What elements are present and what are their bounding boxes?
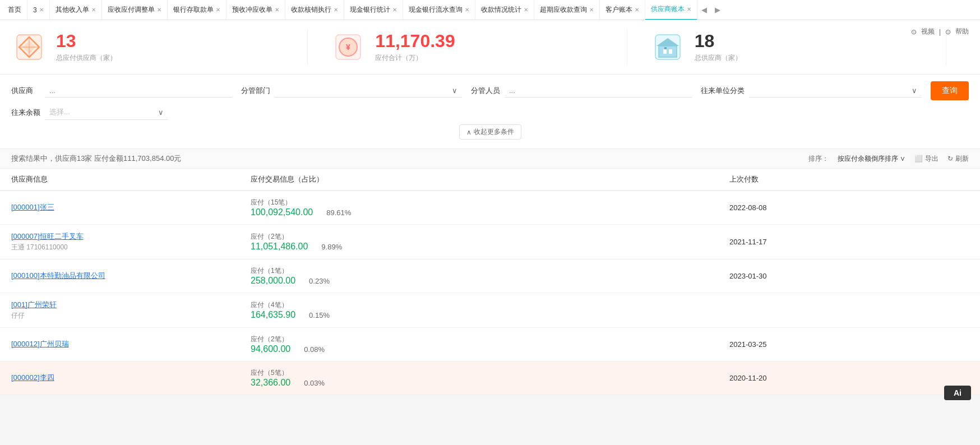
nav-tab-other-income-close[interactable]: ✕: [91, 7, 96, 13]
filter-dept: 分管部门 ∨: [241, 84, 462, 98]
nav-tab-cash-flow-label: 现金银行流水查询: [409, 5, 463, 15]
nav-tab-cash-stat[interactable]: 现金银行统计 ✕: [344, 0, 403, 20]
nav-tab-3-label: 3: [33, 6, 37, 14]
filter-dept-select[interactable]: ∨: [275, 84, 462, 98]
tx-amount-0[interactable]: 100,092,540.00: [251, 207, 313, 217]
svg-rect-9: [659, 46, 677, 57]
tx-pct-2: 0.23%: [309, 277, 330, 285]
nav-tab-cash-stat-close[interactable]: ✕: [392, 7, 397, 13]
tx-pct-5: 0.03%: [304, 379, 325, 387]
nav-tab-other-income-label: 其他收入单: [56, 5, 89, 15]
nav-tab-cash-flow-close[interactable]: ✕: [465, 7, 469, 13]
filter-dept-label: 分管部门: [241, 86, 270, 96]
filter-balance-placeholder: 选择...: [49, 107, 70, 117]
nav-tab-prepay-label: 预收冲应收单: [232, 5, 272, 15]
tx-pct-1: 9.89%: [321, 243, 342, 251]
supplier-sub-1: 王通 17106110000: [11, 243, 251, 252]
summary-card-total-payable: ¥ 11,170.39 应付合计（万）: [330, 29, 627, 65]
nav-tab-cash-flow[interactable]: 现金银行流水查询 ✕: [403, 0, 475, 20]
nav-tab-overdue[interactable]: 超期应收款查询 ✕: [534, 0, 600, 20]
search-button[interactable]: 查询: [931, 81, 969, 100]
nav-tab-customer-ledger[interactable]: 客户账本 ✕: [600, 0, 645, 20]
summary-total-payable-value: 11,170.39: [375, 31, 455, 51]
nav-tab-bank[interactable]: 银行存取款单 ✕: [168, 0, 226, 20]
nav-tab-supplier-ledger-label: 供应商账本: [651, 4, 685, 14]
summary-payable-suppliers-text: 13 总应付供应商（家）: [56, 31, 117, 63]
summary-total-suppliers-label: 总供应商（家）: [695, 53, 742, 63]
supplier-link-4[interactable]: [000012]广州贝瑞: [11, 339, 251, 349]
nav-tab-collection[interactable]: 收款核销执行 ✕: [285, 0, 344, 20]
circle-icon2: ⊙: [945, 28, 951, 36]
filter-supplier-input[interactable]: [45, 84, 232, 98]
nav-tab-3-close[interactable]: ✕: [39, 7, 44, 13]
nav-tab-ar-adjust[interactable]: 应收应付调整单 ✕: [102, 0, 168, 20]
summary-total-suppliers-text: 18 总供应商（家）: [695, 31, 742, 63]
supplier-link-5[interactable]: [000002]李四: [11, 373, 251, 383]
nav-tab-overdue-close[interactable]: ✕: [589, 7, 594, 13]
supplier-info-4: [000012]广州贝瑞: [11, 339, 251, 350]
nav-tab-collect-stat[interactable]: 收款情况统计 ✕: [475, 0, 534, 20]
nav-right-arrow[interactable]: ▶: [711, 0, 724, 20]
table-row: [000100]本特勤油品有限公司 应付（1笔） 258,000.00 0.23…: [0, 259, 980, 293]
tx-label-2: 应付（1笔）: [251, 266, 729, 276]
filter-person-input[interactable]: [505, 84, 692, 98]
tx-row-4: 94,600.00 0.08%: [251, 344, 729, 354]
nav-tab-bank-close[interactable]: ✕: [216, 7, 220, 13]
summary-payable-suppliers-value: 13: [56, 31, 117, 51]
nav-tab-customer-ledger-close[interactable]: ✕: [635, 7, 639, 13]
table-row: [000012]广州贝瑞 应付（2笔） 94,600.00 0.08% 2021…: [0, 328, 980, 361]
sort-value-text: 按应付余额倒序排序: [838, 155, 898, 163]
tx-amount-1[interactable]: 11,051,486.00: [251, 242, 308, 252]
supplier-link-2[interactable]: [000100]本特勤油品有限公司: [11, 271, 251, 281]
summary-payable-suppliers-label: 总应付供应商（家）: [56, 53, 117, 63]
sort-label: 排序：: [808, 154, 829, 164]
nav-tab-collect-stat-label: 收款情况统计: [481, 5, 521, 15]
filter-category: 往来单位分类 ∨: [701, 84, 922, 98]
tx-amount-3[interactable]: 164,635.90: [251, 310, 295, 320]
tx-amount-2[interactable]: 258,000.00: [251, 276, 295, 286]
filter-category-label: 往来单位分类: [701, 86, 745, 96]
nav-tab-supplier-ledger-close[interactable]: ✕: [687, 6, 691, 12]
last-pay-2: 2023-01-30: [729, 272, 969, 280]
tx-info-2: 应付（1笔） 258,000.00 0.23%: [251, 266, 729, 286]
nav-tab-cash-stat-label: 现金银行统计: [350, 5, 390, 15]
tx-info-5: 应付（5笔） 32,366.00 0.03%: [251, 368, 729, 388]
collapse-button[interactable]: ∧ 收起更多条件: [459, 124, 521, 140]
tx-pct-0: 89.61%: [326, 208, 351, 217]
filter-category-select[interactable]: ∨: [749, 84, 922, 98]
nav-tab-3[interactable]: 3 ✕: [27, 0, 50, 20]
nav-tab-other-income[interactable]: 其他收入单 ✕: [50, 0, 102, 20]
tx-row-3: 164,635.90 0.15%: [251, 310, 729, 320]
nav-tab-prepay-close[interactable]: ✕: [275, 7, 279, 13]
nav-tab-home[interactable]: 首页: [2, 0, 27, 20]
nav-left-arrow[interactable]: ◀: [697, 0, 711, 20]
nav-tab-prepay[interactable]: 预收冲应收单 ✕: [226, 0, 285, 20]
top-navigation: 首页 3 ✕ 其他收入单 ✕ 应收应付调整单 ✕ 银行存取款单 ✕ 预收冲应收单…: [0, 0, 980, 20]
collapse-icon: ∧: [466, 128, 471, 136]
tx-amount-5[interactable]: 32,366.00: [251, 378, 290, 388]
tx-info-4: 应付（2笔） 94,600.00 0.08%: [251, 335, 729, 354]
help-link[interactable]: 帮助: [955, 27, 969, 36]
nav-tab-bank-label: 银行存取款单: [173, 5, 214, 15]
nav-tab-collect-stat-close[interactable]: ✕: [524, 7, 528, 13]
ai-button[interactable]: Ai: [944, 386, 971, 395]
svg-rect-11: [663, 49, 667, 54]
last-pay-4: 2021-03-25: [729, 340, 969, 349]
separator: |: [939, 28, 941, 36]
diamond-icon: [11, 29, 47, 65]
refresh-button[interactable]: ↻ 刷新: [947, 154, 969, 164]
supplier-link-0[interactable]: [000001]张三: [11, 202, 251, 212]
nav-tab-ar-adjust-close[interactable]: ✕: [157, 7, 161, 13]
filter-person: 分管人员: [471, 84, 692, 98]
export-button[interactable]: ⬜ 导出: [914, 154, 939, 164]
video-link[interactable]: 视频: [921, 27, 935, 36]
nav-tab-supplier-ledger[interactable]: 供应商账本 ✕: [645, 0, 697, 20]
filter-balance-select[interactable]: 选择... ∨: [45, 105, 168, 120]
tx-info-1: 应付（2笔） 11,051,486.00 9.89%: [251, 232, 729, 252]
supplier-link-1[interactable]: [000007]恒旺二手叉车: [11, 231, 251, 242]
sort-value[interactable]: 按应付余额倒序排序 ∨: [838, 154, 905, 164]
tx-amount-4[interactable]: 94,600.00: [251, 344, 290, 354]
supplier-link-3[interactable]: [001]广州荣轩: [11, 300, 251, 310]
nav-tab-collection-close[interactable]: ✕: [334, 7, 338, 13]
result-summary: 搜索结果中，供应商13家 应付金额111,703,854.00元: [11, 154, 181, 164]
